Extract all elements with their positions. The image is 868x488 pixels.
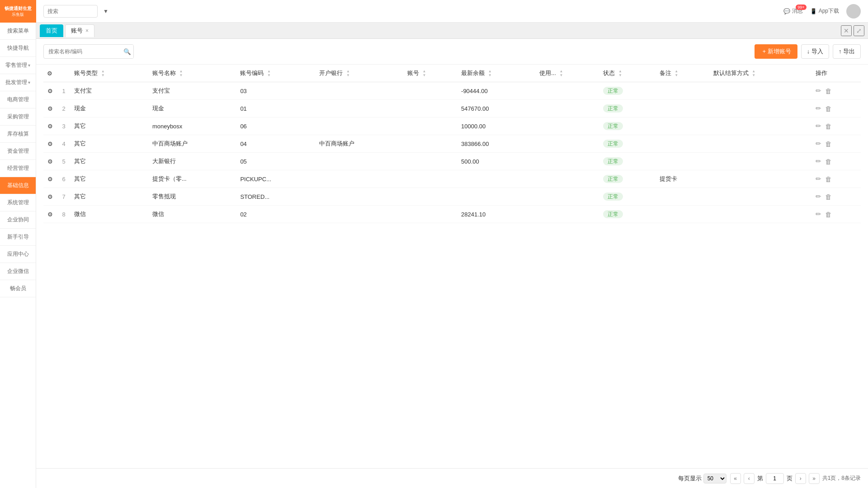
tab-home[interactable]: 首页 [40,24,63,37]
edit-button[interactable]: ✏ [816,122,821,130]
cell-3: 中百商场账户 [149,135,237,153]
cell-11 [710,100,812,117]
header-app-download[interactable]: 📱 App下载 [810,7,839,15]
sidebar-item-vip-member[interactable]: 畅会员 [0,280,36,297]
header-search-input[interactable] [43,5,98,18]
sidebar-item-ecommerce-mgmt[interactable]: 电商管理 [0,91,36,108]
actions-cell: ✏🗑 [812,82,861,100]
table-row: ⚙8微信微信0228241.10正常✏🗑 [43,206,861,223]
row-num: 1 [57,82,71,100]
settings-icon[interactable]: ⚙ [43,117,57,135]
page-number-input[interactable] [766,473,784,484]
settings-icon[interactable]: ⚙ [43,206,57,223]
cell-7 [458,188,536,206]
delete-button[interactable]: 🗑 [825,158,832,165]
col-settings[interactable]: ⚙ [43,65,57,82]
sidebar-item-enterprise-wechat[interactable]: 企业微信 [0,263,36,280]
col-usage[interactable]: 使用... ▲▼ [536,65,599,82]
header-dropdown[interactable]: ▼ [103,8,108,14]
user-avatar[interactable] [846,4,861,19]
sidebar-item-quick-nav[interactable]: 快捷导航 [0,40,36,57]
delete-button[interactable]: 🗑 [825,140,832,148]
sidebar-item-inventory[interactable]: 库存核算 [0,126,36,143]
col-remark[interactable]: 备注 ▲▼ [656,65,710,82]
delete-button[interactable]: 🗑 [825,105,832,113]
cell-4: 03 [236,82,316,100]
header-message[interactable]: 💬 消息 99+ [783,7,803,15]
prev-page-button[interactable]: ‹ [744,473,755,484]
delete-button[interactable]: 🗑 [825,175,832,183]
sidebar-item-retail-mgmt[interactable]: 零售管理 ▾ [0,57,36,74]
settings-icon[interactable]: ⚙ [43,188,57,206]
sidebar-item-ops-mgmt[interactable]: 经营管理 [0,160,36,177]
sidebar-item-wholesale-mgmt[interactable]: 批发管理 ▾ [0,74,36,91]
cell-5: 中百商场账户 [316,135,404,153]
delete-button[interactable]: 🗑 [825,193,832,201]
tab-account[interactable]: 账号× [65,24,94,37]
cell-6 [404,82,458,100]
per-page-dropdown[interactable]: 50 100 200 [703,474,726,483]
actions-cell: ✏🗑 [812,153,861,170]
last-page-button[interactable]: » [809,473,820,484]
table-wrap: ⚙ 账号类型 ▲▼ 账号名称 ▲▼ 账号编码 ▲▼ 开户银行 ▲▼ 账号 ▲▼ … [36,65,868,468]
page-size-select: 每页显示 50 100 200 [678,474,726,483]
sidebar-item-app-center[interactable]: 应用中心 [0,246,36,263]
col-type[interactable]: 账号类型 ▲▼ [71,65,149,82]
import-button[interactable]: ↓ 导入 [801,44,829,59]
add-account-button[interactable]: + 新增账号 [755,44,797,59]
edit-button[interactable]: ✏ [816,192,821,201]
settings-icon[interactable]: ⚙ [43,153,57,170]
message-badge: 99+ [796,5,806,10]
delete-button[interactable]: 🗑 [825,211,832,218]
row-num: 8 [57,206,71,223]
search-input[interactable] [44,46,121,57]
sidebar-item-sys-mgmt[interactable]: 系统管理 [0,194,36,211]
tab-close-all-button[interactable]: ✕ [841,25,852,36]
cell-7: 383866.00 [458,135,536,153]
edit-button[interactable]: ✏ [816,210,821,218]
sidebar-item-finance-mgmt[interactable]: 资金管理 [0,143,36,160]
first-page-button[interactable]: « [730,473,741,484]
settings-icon[interactable]: ⚙ [43,82,57,100]
toolbar-right: + 新增账号 ↓ 导入 ↑ 导出 [755,44,861,59]
col-status[interactable]: 状态 ▲▼ [599,65,656,82]
edit-button[interactable]: ✏ [816,87,821,95]
col-balance[interactable]: 最新余额 ▲▼ [458,65,536,82]
sidebar-item-purchase-mgmt[interactable]: 采购管理 [0,108,36,126]
settings-icon[interactable]: ⚙ [43,135,57,153]
delete-button[interactable]: 🗑 [825,122,832,130]
sidebar-item-starter-guide[interactable]: 新手引导 [0,229,36,246]
edit-button[interactable]: ✏ [816,104,821,113]
cell-11 [710,170,812,188]
delete-button[interactable]: 🗑 [825,87,832,95]
tab-close-account[interactable]: × [85,28,89,34]
tab-expand-button[interactable]: ⤢ [854,25,864,36]
chevron-down-icon: ▾ [27,63,31,68]
edit-button[interactable]: ✏ [816,175,821,183]
col-name[interactable]: 账号名称 ▲▼ [149,65,237,82]
cell-8 [536,82,599,100]
sidebar-item-basic-info[interactable]: 基础信息 [0,177,36,194]
col-account[interactable]: 账号 ▲▼ [404,65,458,82]
next-page-button[interactable]: › [795,473,806,484]
col-code[interactable]: 账号编码 ▲▼ [236,65,316,82]
col-bank[interactable]: 开户银行 ▲▼ [316,65,404,82]
edit-button[interactable]: ✏ [816,157,821,165]
status-cell: 正常 [599,117,656,135]
cell-2: 其它 [71,188,149,206]
edit-button[interactable]: ✏ [816,140,821,148]
export-label: ↑ 导出 [839,47,855,56]
search-button[interactable]: 🔍 [121,45,133,58]
cell-6 [404,188,458,206]
export-button[interactable]: ↑ 导出 [833,44,861,59]
settings-icon[interactable]: ⚙ [43,100,57,117]
settings-icon[interactable]: ⚙ [43,170,57,188]
cell-6 [404,135,458,153]
sidebar-item-search-menu[interactable]: 搜索菜单 [0,23,36,40]
col-default-settlement[interactable]: 默认结算方式 ▲▼ [710,65,812,82]
cell-5 [316,100,404,117]
sidebar-item-enterprise-agreement[interactable]: 企业协同 [0,211,36,229]
status-cell: 正常 [599,135,656,153]
sidebar: 畅捷通财生意 乐鱼版 搜索菜单快捷导航零售管理 ▾批发管理 ▾电商管理采购管理库… [0,0,36,488]
cell-11 [710,82,812,100]
